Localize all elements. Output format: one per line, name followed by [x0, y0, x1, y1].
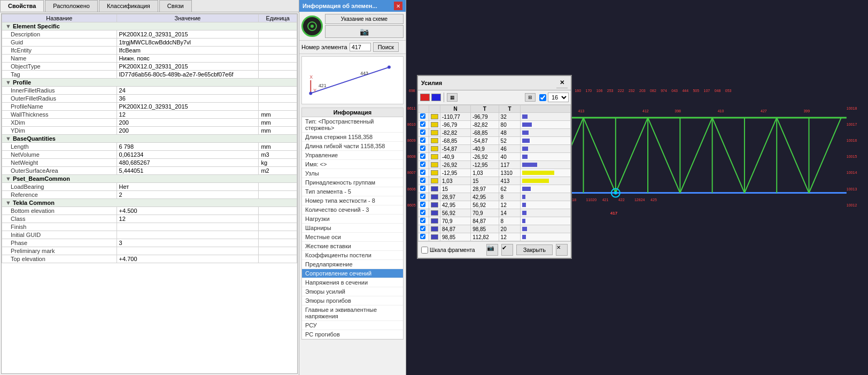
tab-location[interactable]: Расположено [45, 0, 98, 12]
prop-unit [259, 71, 297, 79]
row-check[interactable] [418, 225, 429, 233]
row-check[interactable] [418, 129, 429, 137]
svg-text:974: 974 [661, 89, 667, 93]
scheme-button[interactable]: Указание на схеме [325, 14, 404, 24]
element-number-input[interactable] [350, 43, 371, 51]
info-link-item[interactable]: Количество сечений - 3 [302, 205, 403, 215]
prop-unit [259, 39, 297, 47]
row-check[interactable] [418, 217, 429, 225]
dialog-checkbox[interactable] [539, 94, 546, 101]
info-link-item[interactable]: Длина гибкой части 1158,358 [302, 142, 403, 151]
tab-properties[interactable]: Свойства [0, 0, 44, 12]
info-link-item[interactable]: Предлапряжение [302, 260, 403, 269]
layout-icon[interactable]: ⊞ [525, 93, 536, 102]
info-close-button[interactable]: ✕ [394, 2, 402, 10]
row-check[interactable] [418, 185, 429, 193]
info-link-item[interactable]: Узлы [302, 169, 403, 178]
table-row: Preliminary mark [2, 247, 297, 255]
info-link-item[interactable]: Местные оси [302, 233, 403, 242]
row-check[interactable] [418, 233, 429, 241]
info-link-item[interactable]: Тип: <Пространственный стержень> [302, 117, 403, 133]
info-link-item[interactable]: РСУ [302, 321, 403, 330]
row-v2: 70,9 [471, 209, 499, 217]
camera-button[interactable]: 📷 [325, 25, 404, 38]
info-link-item[interactable]: Длина стержня 1158,358 [302, 133, 403, 142]
footer-check-btn[interactable]: ✔ [501, 244, 513, 256]
row-check[interactable] [418, 201, 429, 209]
prop-value: IfcBeam [117, 47, 259, 55]
info-link-item[interactable]: Принадлежность группам [302, 178, 403, 187]
row-check[interactable] [418, 153, 429, 161]
prop-name: WallThickness [2, 111, 117, 119]
prop-unit: mm [259, 119, 297, 127]
info-link-item[interactable]: Имя: <> [302, 160, 403, 169]
row-v1: -12,95 [440, 169, 471, 177]
prop-unit [259, 30, 297, 39]
color-blue-button[interactable] [431, 94, 441, 101]
info-link-item[interactable]: РС прогибов [302, 330, 403, 339]
row-check[interactable] [418, 177, 429, 185]
rows-dropdown[interactable]: 16 8 32 [548, 93, 569, 102]
row-v1: 15 [440, 185, 471, 193]
table-row: ObjectType PK200X12.0_32931_2015 [2, 63, 297, 71]
info-link-item[interactable]: Жесткие вставки [302, 242, 403, 251]
row-check[interactable] [418, 169, 429, 177]
grid-icon[interactable]: ▦ [447, 93, 458, 102]
svg-text:10016: 10016 [847, 139, 857, 142]
row-check[interactable] [418, 137, 429, 145]
footer-icon-btn[interactable]: 📷 [486, 244, 498, 256]
prop-name: Length [2, 143, 117, 151]
row-color [429, 177, 440, 185]
info-link-item[interactable]: Тип элемента - 5 [302, 187, 403, 196]
svg-line-64 [680, 118, 712, 193]
info-link-item[interactable]: Эпюры прогибов [302, 296, 403, 305]
prop-value: 12 [117, 215, 259, 223]
color-red-button[interactable] [420, 94, 430, 101]
scale-check-input[interactable] [421, 247, 428, 254]
tab-links[interactable]: Связи [159, 0, 192, 12]
row-check[interactable] [418, 145, 429, 153]
search-button[interactable]: Поиск [373, 42, 399, 52]
info-link-item[interactable]: Номер типа жесткости - 8 [302, 196, 403, 205]
row-check[interactable] [418, 121, 429, 129]
row-check[interactable] [418, 113, 429, 121]
info-link-item[interactable]: Напряжения в сечении [302, 278, 403, 287]
prop-unit [259, 87, 297, 95]
prop-name: OuterFilletRadius [2, 95, 117, 103]
prop-unit [259, 103, 297, 111]
info-link-item[interactable]: Сопротивление сечений [302, 269, 403, 278]
prop-unit [259, 63, 297, 71]
row-check[interactable] [418, 193, 429, 201]
row-v3: 8 [499, 193, 521, 201]
row-v3: 12 [499, 233, 521, 241]
row-check[interactable] [418, 161, 429, 169]
tab-classification[interactable]: Классификация [99, 0, 158, 12]
info-link-item[interactable]: Управление [302, 151, 403, 160]
info-link-item[interactable]: Главные и эквивалентные напряжения [302, 305, 403, 321]
prop-value: 200 [117, 127, 259, 135]
row-color [429, 233, 440, 241]
row-v2: 1,03 [471, 169, 499, 177]
usilia-close-x[interactable]: ✕ [556, 78, 568, 88]
scale-checkbox[interactable]: Шкала фрагмента [421, 247, 475, 254]
close-button[interactable]: Закрыть [516, 244, 553, 255]
info-link-item[interactable]: Шарниры [302, 224, 403, 233]
svg-text:443: 443 [360, 71, 368, 76]
row-check[interactable] [418, 209, 429, 217]
prop-name: Preliminary mark [2, 247, 117, 255]
info-link-item[interactable]: Эпюры усилий [302, 287, 403, 296]
footer-x-btn[interactable]: ✕ [556, 244, 568, 256]
svg-line-67 [777, 118, 809, 193]
row-color [429, 201, 440, 209]
info-link-item[interactable]: Коэффициенты постели [302, 251, 403, 260]
row-color [429, 185, 440, 193]
svg-text:160: 160 [575, 89, 581, 93]
row-v3: 12 [499, 201, 521, 209]
row-v3: 1310 [499, 169, 521, 177]
group-name: ▼Tekla Common [2, 199, 297, 207]
svg-text:X: X [309, 74, 313, 80]
info-link-item[interactable]: Нагрузки [302, 215, 403, 224]
svg-text:8611: 8611 [407, 106, 416, 110]
col-header-unit: Единица [259, 14, 297, 22]
row-v2: -68,85 [471, 129, 499, 137]
